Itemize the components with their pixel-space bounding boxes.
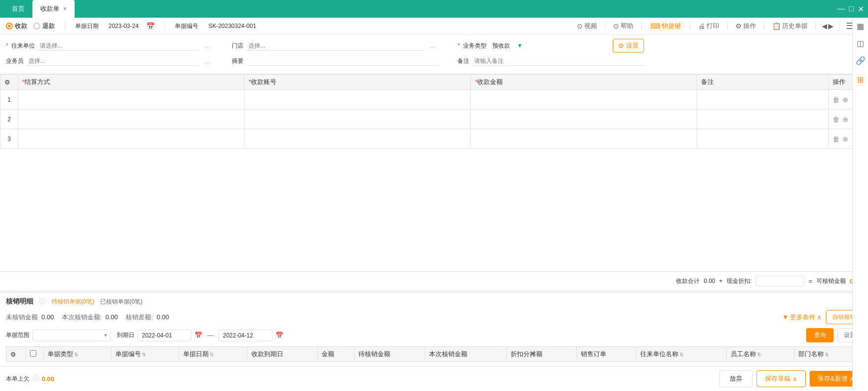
vth-settings[interactable]: ⚙ bbox=[6, 347, 26, 362]
vth-doc-date: 单据日期⇅ bbox=[179, 347, 247, 362]
print-btn[interactable]: 🖨 打印 bbox=[696, 22, 721, 30]
salesperson-field: 业务员 … bbox=[6, 56, 212, 66]
shop-field: 门店 … bbox=[232, 41, 438, 51]
th-settings[interactable]: ⚙ bbox=[0, 75, 18, 90]
calendar-icon[interactable]: 📅 bbox=[146, 22, 155, 30]
chevron-up-icon: ∧ bbox=[817, 313, 822, 321]
vth-dept: 部门名称⇅ bbox=[794, 347, 862, 362]
discount-input[interactable] bbox=[756, 276, 805, 286]
summary-field: 摘要 bbox=[232, 56, 438, 66]
table-row: 1 🗑 ⊕ bbox=[0, 90, 868, 110]
vth-sales-order: 销售订单 bbox=[577, 347, 636, 362]
tab-active[interactable]: 收款单 × bbox=[32, 0, 75, 18]
row-copy-icon[interactable]: ⊕ bbox=[842, 96, 848, 104]
row-delete-icon[interactable]: 🗑 bbox=[833, 96, 840, 104]
doc-range-select-wrap bbox=[32, 330, 111, 341]
vth-partner: 往来单位名称⇅ bbox=[636, 347, 726, 362]
radio-tuikuan[interactable]: 退款 bbox=[33, 22, 55, 30]
summary-input[interactable] bbox=[246, 56, 438, 66]
settings-btn[interactable]: ⚙ 设置 bbox=[613, 39, 644, 53]
vth-pending: 待核销金额 bbox=[354, 347, 425, 362]
query-btn[interactable]: 查询 bbox=[806, 328, 834, 342]
help-btn[interactable]: ⊙ 帮助 bbox=[611, 22, 635, 30]
biz-type-dropdown-icon[interactable]: ▼ bbox=[517, 42, 523, 49]
date-from-cal-icon[interactable]: 📅 bbox=[194, 332, 202, 339]
nav-prev-icon[interactable]: ◀ bbox=[822, 22, 827, 30]
partner-input[interactable] bbox=[38, 41, 199, 51]
date-from-input[interactable] bbox=[137, 330, 191, 341]
more-conditions-btn[interactable]: ▼ 更多条件 ∧ bbox=[782, 313, 822, 322]
verify-filters: 单据范围 到期日 📅 — 📅 查询 设置 bbox=[6, 328, 862, 342]
radio-tuikuan-dot bbox=[33, 23, 40, 29]
radio-shoukuan-dot bbox=[6, 23, 13, 29]
history-icon: 📋 bbox=[772, 22, 781, 30]
bottom-right: 放弃 保存草稿 ∧ 保存&新增 ∧ bbox=[719, 370, 862, 387]
remark-input[interactable] bbox=[472, 56, 644, 66]
salesperson-more-btn[interactable]: … bbox=[202, 58, 212, 65]
shortcut-btn[interactable]: ⌨ 快捷键 bbox=[648, 21, 684, 31]
bottom-bar: 本单上欠 ⓘ 0.00 放弃 保存草稿 ∧ 保存&新增 ∧ bbox=[0, 366, 868, 391]
type-radio-group: 收款 退款 bbox=[6, 22, 55, 30]
close-icon[interactable]: ✕ bbox=[858, 4, 864, 14]
vth-checkbox[interactable] bbox=[26, 347, 44, 362]
sidebar-table-icon[interactable]: ▦ bbox=[857, 22, 864, 31]
help-icon: ⊙ bbox=[613, 22, 619, 30]
verify-stats: 未核销金额 0.00 本次核销金额: 0.00 核销差额: 0.00 ▼ 更多条… bbox=[6, 310, 862, 324]
th-account: *收款账号 bbox=[244, 75, 471, 90]
toolbar-right: ⊙ 视频 ⊙ 帮助 ⌨ 快捷键 🖨 打印 ⚙ 操作 bbox=[575, 21, 862, 31]
info-circle-icon[interactable]: ⓘ bbox=[32, 374, 39, 383]
maximize-icon[interactable]: □ bbox=[849, 4, 854, 14]
history-btn[interactable]: 📋 历史单据 bbox=[770, 22, 810, 30]
receipt-table: ⚙ *结算方式 *收款账号 *收款金额 备注 操作 1 bbox=[0, 74, 868, 149]
sidebar-doc-icon[interactable]: ◫ bbox=[857, 39, 864, 48]
tab-close-icon[interactable]: × bbox=[63, 5, 67, 12]
abandon-btn[interactable]: 放弃 bbox=[719, 370, 753, 387]
select-all-checkbox[interactable] bbox=[30, 350, 36, 357]
filter-right: ▼ 更多条件 ∧ 自动核销 bbox=[782, 310, 862, 324]
minimize-icon[interactable]: — bbox=[837, 4, 845, 14]
nav-next-icon[interactable]: ▶ bbox=[828, 22, 834, 30]
summary-row: 收款合计 0.00 + 现金折扣: = 可核销金额 0.00 bbox=[0, 271, 868, 290]
vth-this: 本次核销金额 bbox=[425, 347, 506, 362]
remark-field: 备注 bbox=[458, 56, 644, 66]
date-to-cal-icon[interactable]: 📅 bbox=[275, 332, 283, 339]
main-content: 收款 退款 单据日期 2023-03-24 📅 单据编号 SK-20230324… bbox=[0, 18, 868, 391]
row-copy-icon[interactable]: ⊕ bbox=[842, 115, 848, 123]
doc-range-select[interactable] bbox=[32, 330, 111, 341]
date-range-field: 到期日 📅 — 📅 bbox=[117, 330, 283, 341]
date-to-input[interactable] bbox=[218, 330, 272, 341]
shop-more-btn[interactable]: … bbox=[428, 42, 438, 49]
nav-arrows: ◀ ▶ bbox=[822, 22, 834, 30]
table-row: 2 🗑 ⊕ bbox=[0, 110, 868, 129]
sidebar-expand-icon[interactable]: ⊞ bbox=[855, 73, 866, 86]
row-delete-icon[interactable]: 🗑 bbox=[833, 115, 840, 123]
action-btn[interactable]: ⚙ 操作 bbox=[733, 22, 758, 30]
video-icon: ⊙ bbox=[577, 22, 583, 30]
th-remark: 备注 bbox=[697, 75, 829, 90]
verify-tab-done[interactable]: 已核销单据(0笔) bbox=[100, 298, 143, 306]
toolbar-row: 收款 退款 单据日期 2023-03-24 📅 单据编号 SK-20230324… bbox=[0, 18, 868, 35]
video-btn[interactable]: ⊙ 视频 bbox=[575, 22, 599, 30]
vth-employee: 员工名称⇅ bbox=[726, 347, 794, 362]
row-copy-icon[interactable]: ⊕ bbox=[842, 135, 848, 143]
settings-gear-icon: ⚙ bbox=[618, 42, 624, 50]
verify-info-icon[interactable]: ⓘ bbox=[39, 297, 46, 306]
window-controls: — □ ✕ bbox=[837, 4, 864, 14]
shop-input[interactable] bbox=[246, 41, 425, 51]
salesperson-input[interactable] bbox=[27, 56, 199, 66]
save-draft-btn[interactable]: 保存草稿 ∧ bbox=[757, 370, 806, 387]
partner-more-btn[interactable]: … bbox=[202, 42, 212, 49]
verify-tab-pending[interactable]: 待核销单据(0笔) bbox=[52, 298, 94, 306]
form-row-2: 业务员 … 摘要 备注 bbox=[6, 56, 862, 66]
shortcut-icon: ⌨ bbox=[651, 22, 660, 30]
row-delete-icon[interactable]: 🗑 bbox=[833, 135, 840, 143]
tab-home[interactable]: 首页 bbox=[4, 0, 32, 18]
vth-doc-type: 单据类型⇅ bbox=[44, 347, 111, 362]
th-amount: *收款金额 bbox=[471, 75, 697, 90]
radio-shoukuan[interactable]: 收款 bbox=[6, 22, 27, 30]
action-icon: ⚙ bbox=[735, 22, 742, 30]
form-row-1: * 往来单位 … 门店 … * 业务类型 预收款 ▼ ⚙ 设置 bbox=[6, 39, 862, 53]
table-wrapper: ⚙ *结算方式 *收款账号 *收款金额 备注 操作 1 bbox=[0, 74, 868, 271]
sidebar-link-icon[interactable]: 🔗 bbox=[856, 56, 866, 65]
th-settlement: *结算方式 bbox=[18, 75, 244, 90]
